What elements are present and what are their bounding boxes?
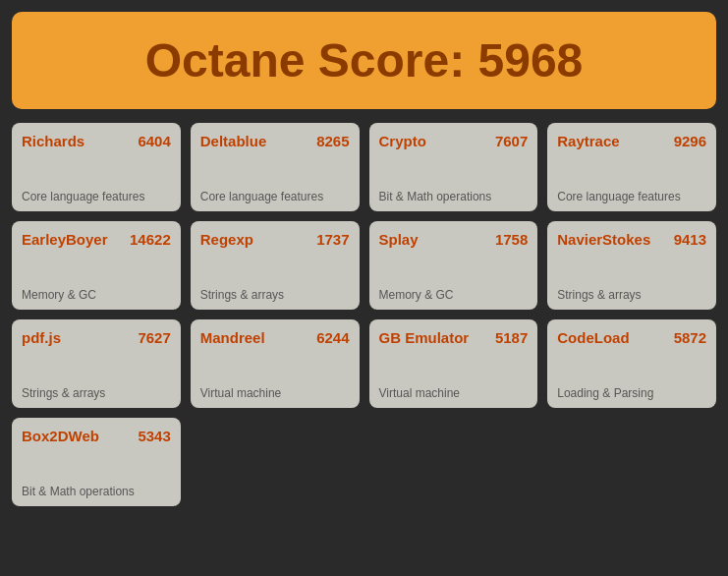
- card-score-earleyboyer: 14622: [126, 231, 171, 248]
- octane-score-title: Octane Score: 5968: [22, 33, 706, 87]
- card-score-navierstokes: 9413: [670, 231, 706, 248]
- card-desc-richards: Core language features: [22, 190, 171, 203]
- card-mandreel: Mandreel 6244 Virtual machine: [191, 319, 360, 408]
- card-desc-regexp: Strings & arrays: [200, 288, 350, 302]
- card-score-deltablue: 8265: [312, 133, 349, 149]
- card-earleyboyer: EarleyBoyer 14622 Memory & GC: [12, 221, 181, 310]
- card-desc-gbemulator: Virtual machine: [379, 386, 529, 400]
- card-name-crypto: Crypto: [379, 133, 426, 149]
- card-name-raytrace: Raytrace: [557, 133, 619, 149]
- score-banner: Octane Score: 5968: [12, 12, 716, 109]
- card-name-box2dweb: Box2DWeb: [22, 428, 99, 444]
- card-score-crypto: 7607: [491, 133, 528, 149]
- card-score-splay: 1758: [491, 231, 528, 248]
- card-name-gbemulator: GB Emulator: [379, 329, 470, 346]
- card-desc-pdfjs: Strings & arrays: [22, 386, 171, 400]
- card-box2dweb: Box2DWeb 5343 Bit & Math operations: [12, 418, 181, 506]
- card-crypto: Crypto 7607 Bit & Math operations: [369, 123, 538, 211]
- card-regexp: Regexp 1737 Strings & arrays: [191, 221, 360, 310]
- card-score-mandreel: 6244: [312, 329, 349, 346]
- card-desc-deltablue: Core language features: [200, 190, 350, 203]
- card-name-regexp: Regexp: [200, 231, 253, 248]
- card-name-earleyboyer: EarleyBoyer: [22, 231, 108, 248]
- benchmark-grid: Richards 6404 Core language features Del…: [12, 123, 716, 506]
- card-desc-codeload: Loading & Parsing: [557, 386, 706, 400]
- card-name-codeload: CodeLoad: [557, 329, 629, 346]
- card-navierstokes: NavierStokes 9413 Strings & arrays: [547, 221, 716, 310]
- card-desc-navierstokes: Strings & arrays: [557, 288, 706, 302]
- card-score-box2dweb: 5343: [134, 428, 170, 444]
- card-score-codeload: 5872: [670, 329, 706, 346]
- card-deltablue: Deltablue 8265 Core language features: [191, 123, 360, 211]
- card-desc-mandreel: Virtual machine: [200, 386, 350, 400]
- card-score-gbemulator: 5187: [491, 329, 528, 346]
- card-gbemulator: GB Emulator 5187 Virtual machine: [369, 319, 538, 408]
- card-richards: Richards 6404 Core language features: [12, 123, 181, 211]
- card-name-splay: Splay: [379, 231, 419, 248]
- card-desc-raytrace: Core language features: [557, 190, 706, 203]
- card-name-richards: Richards: [22, 133, 84, 149]
- card-score-raytrace: 9296: [670, 133, 706, 149]
- card-desc-splay: Memory & GC: [379, 288, 529, 302]
- card-name-navierstokes: NavierStokes: [557, 231, 650, 248]
- card-raytrace: Raytrace 9296 Core language features: [547, 123, 716, 211]
- card-score-pdfjs: 7627: [134, 329, 170, 346]
- card-name-pdfjs: pdf.js: [22, 329, 61, 346]
- card-name-deltablue: Deltablue: [200, 133, 267, 149]
- card-pdfjs: pdf.js 7627 Strings & arrays: [12, 319, 181, 408]
- card-codeload: CodeLoad 5872 Loading & Parsing: [547, 319, 716, 408]
- card-splay: Splay 1758 Memory & GC: [369, 221, 538, 310]
- card-score-regexp: 1737: [312, 231, 349, 248]
- card-desc-earleyboyer: Memory & GC: [22, 288, 171, 302]
- card-desc-box2dweb: Bit & Math operations: [22, 485, 171, 498]
- card-desc-crypto: Bit & Math operations: [379, 190, 529, 203]
- card-score-richards: 6404: [134, 133, 170, 149]
- card-name-mandreel: Mandreel: [200, 329, 265, 346]
